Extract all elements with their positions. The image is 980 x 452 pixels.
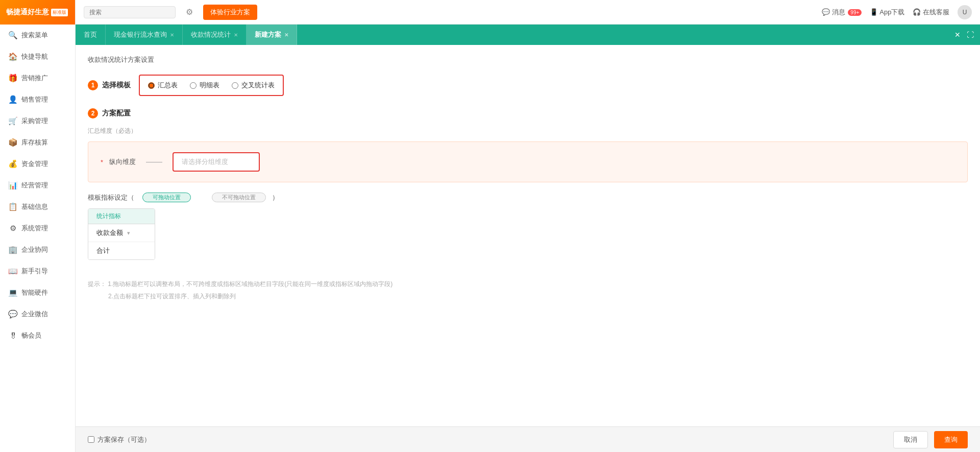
topbar-right: 💬 消息 99+ 📱 App下载 🎧 在线客服 U xyxy=(822,5,972,19)
metrics-cell-total-label: 合计 xyxy=(96,246,110,255)
sidebar-item-operation[interactable]: 📊 经营管理 xyxy=(0,175,75,196)
download-label: App下载 xyxy=(879,8,904,16)
dimension-arrow-icon: —— xyxy=(146,157,162,166)
sidebar-item-system[interactable]: ⚙ 系统管理 xyxy=(0,218,75,239)
sidebar-logo: 畅捷通好生意 标准版 xyxy=(0,0,75,25)
sidebar-item-purchase[interactable]: 🛒 采购管理 xyxy=(0,110,75,132)
radio-summary-input[interactable] xyxy=(148,82,155,89)
cancel-button[interactable]: 取消 xyxy=(893,431,928,448)
sidebar-item-label: 采购管理 xyxy=(21,116,48,126)
tab-receipt-stats[interactable]: 收款情况统计 ✕ xyxy=(183,25,247,45)
template-radio-group: 汇总表 明细表 交叉统计表 xyxy=(139,75,284,96)
tab-home-label: 首页 xyxy=(84,30,97,39)
sidebar-item-label: 企业微信 xyxy=(21,310,48,319)
tip-1: 提示： 1.拖动标题栏可以调整布局，不可跨维度或指标区域拖动栏目字段(只能在同一… xyxy=(88,278,968,290)
sidebar-item-label: 智能硬件 xyxy=(21,288,48,297)
save-checkbox[interactable] xyxy=(88,436,94,443)
tab-home[interactable]: 首页 xyxy=(76,25,106,45)
tab-new-plan-close-icon[interactable]: ✕ xyxy=(284,32,288,38)
download-icon: 📱 xyxy=(870,8,878,16)
dimension-required-star: * xyxy=(101,158,103,166)
step1-title: 选择模板 xyxy=(102,81,131,90)
sidebar-item-inventory[interactable]: 📦 库存核算 xyxy=(0,132,75,153)
sidebar-item-enterprise[interactable]: 🏢 企业协同 xyxy=(0,239,75,260)
download-item[interactable]: 📱 App下载 xyxy=(870,8,904,17)
maximize-icon[interactable]: ⛶ xyxy=(967,31,974,39)
step2-badge: 2 xyxy=(88,108,98,118)
chat-icon: 💬 xyxy=(8,310,17,319)
sidebar-item-finance[interactable]: 💰 资金管理 xyxy=(0,153,75,175)
radio-cross-input[interactable] xyxy=(232,82,238,89)
step1-header: 1 选择模板 汇总表 明细表 交叉统计表 xyxy=(88,75,968,96)
radio-cross-label: 交叉统计表 xyxy=(241,81,275,90)
radio-detail-label: 明细表 xyxy=(200,81,219,90)
message-label: 消息 xyxy=(832,8,845,16)
dimension-row-label: 纵向维度 xyxy=(109,157,136,166)
clipboard-icon: 📋 xyxy=(8,202,17,211)
dimension-row: * 纵向维度 —— 请选择分组维度 xyxy=(101,152,955,172)
sidebar-item-marketing[interactable]: 🎁 营销推广 xyxy=(0,67,75,89)
sidebar-item-smart-hw[interactable]: 💻 智能硬件 xyxy=(0,282,75,303)
step2-header: 2 方案配置 xyxy=(88,108,968,118)
search-menu-icon: 🔍 xyxy=(8,31,17,40)
sidebar-item-guide[interactable]: 📖 新手引导 xyxy=(0,260,75,282)
gift-icon: 🎁 xyxy=(8,74,17,83)
radio-summary[interactable]: 汇总表 xyxy=(148,81,178,90)
sidebar-item-label: 畅会员 xyxy=(21,331,41,340)
save-option: 方案保存（可选） xyxy=(88,435,151,444)
radio-summary-label: 汇总表 xyxy=(158,81,178,90)
sidebar-item-member[interactable]: 🎖 畅会员 xyxy=(0,325,75,346)
non-draggable-badge: 不可拖动位置 xyxy=(212,193,266,202)
metrics-label-row: 模板指标设定（ 可拖动位置 不可拖动位置 ） xyxy=(88,193,968,202)
sidebar-item-quick-nav[interactable]: 🏠 快捷导航 xyxy=(0,46,75,67)
sidebar-item-sales[interactable]: 👤 销售管理 xyxy=(0,89,75,110)
search-input[interactable] xyxy=(84,6,176,18)
query-button[interactable]: 查询 xyxy=(934,431,968,448)
box-icon: 📦 xyxy=(8,138,17,147)
radio-detail[interactable]: 明细表 xyxy=(190,81,219,90)
step2-section: 2 方案配置 汇总维度（必选） * 纵向维度 —— 请选择分组维度 xyxy=(88,108,968,308)
tabbar: 首页 现金银行流水查询 ✕ 收款情况统计 ✕ 新建方案 ✕ ✕ ⛶ xyxy=(76,25,980,45)
radio-detail-input[interactable] xyxy=(190,82,197,89)
sidebar-item-label: 资金管理 xyxy=(21,159,48,169)
dimension-select[interactable]: 请选择分组维度 xyxy=(173,152,260,172)
tab-bank-flow-label: 现金银行流水查询 xyxy=(114,30,167,39)
service-item[interactable]: 🎧 在线客服 xyxy=(913,8,949,17)
close-window-icon[interactable]: ✕ xyxy=(954,31,961,39)
dropdown-arrow-icon: ▾ xyxy=(127,230,130,236)
topbar: ⚙ 体验行业方案 💬 消息 99+ 📱 App下载 🎧 在线客服 U xyxy=(76,0,980,25)
sidebar-item-basic-info[interactable]: 📋 基础信息 xyxy=(0,196,75,218)
metrics-table: 统计指标 收款金额 ▾ 合计 xyxy=(88,208,155,260)
metrics-section: 模板指标设定（ 可拖动位置 不可拖动位置 ） 统计指标 收款金额 ▾ xyxy=(88,193,968,261)
tab-bank-flow[interactable]: 现金银行流水查询 ✕ xyxy=(106,25,183,45)
settings-icon[interactable]: ⚙ xyxy=(186,7,193,17)
radio-cross[interactable]: 交叉统计表 xyxy=(232,81,275,90)
home-icon: 🏠 xyxy=(8,52,17,61)
money-icon: 💰 xyxy=(8,159,17,169)
content-area: 收款情况统计方案设置 1 选择模板 汇总表 明细表 xyxy=(76,45,980,452)
tab-new-plan[interactable]: 新建方案 ✕ xyxy=(247,25,297,45)
tab-receipt-stats-close-icon[interactable]: ✕ xyxy=(234,32,238,38)
message-badge: 99+ xyxy=(848,9,862,16)
footer-bar: 方案保存（可选） 取消 查询 xyxy=(76,426,980,452)
sidebar-item-label: 基础信息 xyxy=(21,202,48,211)
tab-new-plan-label: 新建方案 xyxy=(255,30,281,39)
sidebar-item-label: 搜索菜单 xyxy=(21,31,48,40)
sidebar-item-wechat[interactable]: 💬 企业微信 xyxy=(0,303,75,325)
metrics-section-title: 模板指标设定（ xyxy=(88,193,134,202)
trial-button[interactable]: 体验行业方案 xyxy=(203,5,257,20)
tabbar-actions: ✕ ⛶ xyxy=(954,31,980,39)
service-icon: 🎧 xyxy=(913,8,921,16)
sidebar-item-label: 库存核算 xyxy=(21,138,48,147)
sidebar-item-search-menu[interactable]: 🔍 搜索菜单 xyxy=(0,25,75,46)
tab-bank-flow-close-icon[interactable]: ✕ xyxy=(170,32,174,38)
footer-buttons: 取消 查询 xyxy=(893,431,968,448)
metrics-cell-payment[interactable]: 收款金额 ▾ xyxy=(88,224,155,242)
cart-icon: 🛒 xyxy=(8,116,17,126)
message-item[interactable]: 💬 消息 99+ xyxy=(822,8,862,17)
page-title: 收款情况统计方案设置 xyxy=(88,55,968,64)
draggable-badge: 可拖动位置 xyxy=(142,193,191,202)
user-avatar[interactable]: U xyxy=(958,5,972,19)
tip-2: 2.点击标题栏下拉可设置排序、插入列和删除列 xyxy=(108,290,968,302)
sidebar: 畅捷通好生意 标准版 🔍 搜索菜单 🏠 快捷导航 🎁 营销推广 👤 销售管理 🛒… xyxy=(0,0,76,452)
